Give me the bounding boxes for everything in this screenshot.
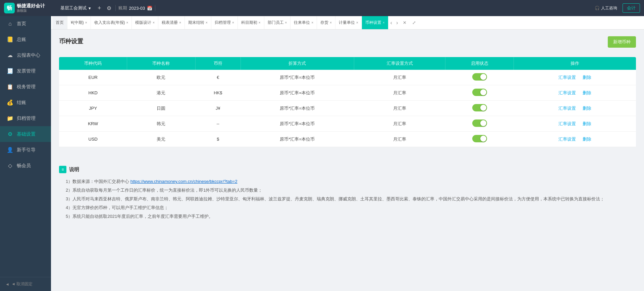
close-icon[interactable]: ×	[126, 21, 128, 25]
enabled-toggle[interactable]	[472, 135, 487, 142]
delete-link[interactable]: 删除	[583, 106, 591, 111]
col-header-name: 币种名称	[127, 57, 195, 70]
close-icon[interactable]: ×	[285, 21, 287, 25]
cell-status	[445, 70, 514, 85]
sidebar-item-home[interactable]: ⌂ 首页	[0, 16, 51, 32]
sidebar-pin-toggle[interactable]: ◄ ◄ 取消固定	[0, 277, 51, 291]
sidebar-item-checkout[interactable]: 💰 结账	[0, 95, 51, 110]
enabled-toggle[interactable]	[472, 104, 487, 111]
help-btn[interactable]: 🎧 人工咨询	[592, 4, 620, 12]
cell-rate-type: 月汇率	[354, 116, 445, 132]
add-tab-icon[interactable]: +	[96, 5, 103, 12]
cell-code: EUR	[59, 70, 127, 85]
cell-symbol: --	[195, 116, 240, 132]
close-icon[interactable]: ×	[259, 21, 261, 25]
tab-balance[interactable]: ¥(中期) ×	[67, 16, 91, 30]
tab-period-end[interactable]: 期末结转 ×	[185, 16, 211, 30]
cell-status	[445, 132, 514, 147]
col-header-rate-type: 汇率设置方式	[354, 57, 445, 70]
delete-link[interactable]: 删除	[583, 75, 591, 80]
company-selector[interactable]: 基层工会测试 ▾	[58, 4, 94, 12]
cell-name: 欧元	[127, 70, 195, 85]
tab-inventory[interactable]: 存货 ×	[317, 16, 335, 30]
delete-link[interactable]: 删除	[583, 121, 591, 126]
sidebar-label-archive: 归档管理	[17, 115, 36, 122]
sidebar-item-basic[interactable]: ⚙ 基础设置	[0, 126, 51, 142]
sidebar-item-guide[interactable]: 👤 新手引导	[0, 142, 51, 158]
tab-prev-btn[interactable]: ‹	[388, 16, 394, 30]
rate-setting-link[interactable]: 汇率设置	[558, 75, 576, 80]
close-tab-btn[interactable]: ✕	[400, 18, 409, 28]
cell-status	[445, 101, 514, 116]
tab-dept[interactable]: 部门员工 ×	[264, 16, 291, 30]
sidebar-label-member: 畅会员	[17, 163, 31, 169]
tab-income[interactable]: 收入支出表(年报) ×	[91, 16, 132, 30]
rate-setting-link[interactable]: 汇率设置	[558, 106, 576, 111]
sidebar-label-ledger: 总账	[17, 37, 26, 43]
cell-name: 日圆	[127, 101, 195, 116]
sidebar-label-basic: 基础设置	[17, 131, 36, 137]
content-area: 首页 ¥(中期) × 收入支出表(年报) × 模版设计 × 税表清册 ×	[51, 16, 644, 291]
notice-link[interactable]: https://www.chinamoney.com.cn/chinese/bk…	[130, 179, 237, 184]
calendar-icon[interactable]: 📅	[147, 6, 152, 11]
enabled-toggle[interactable]	[472, 89, 487, 96]
tab-template[interactable]: 模版设计 ×	[132, 16, 158, 30]
sidebar-label-checkout: 结账	[17, 100, 26, 106]
expand-tab-btn[interactable]: ⤢	[409, 18, 419, 28]
chevron-down-icon: ▾	[89, 6, 91, 11]
tab-partners[interactable]: 往来单位 ×	[290, 16, 317, 30]
sidebar-item-invoice[interactable]: 🧾 发票管理	[0, 63, 51, 79]
sidebar-item-member[interactable]: ◇ 畅会员	[0, 158, 51, 174]
cell-symbol: J¥	[195, 101, 240, 116]
close-icon[interactable]: ×	[330, 21, 332, 25]
new-currency-button[interactable]: 新增币种	[608, 36, 636, 48]
cell-status	[445, 116, 514, 132]
close-icon[interactable]: ×	[179, 21, 181, 25]
delete-link[interactable]: 删除	[583, 137, 591, 142]
notice-item-1: 1）数据来源：中国外汇交易中心 https://www.chinamoney.c…	[62, 177, 636, 186]
sidebar-item-report[interactable]: ☁ 云报表中心	[0, 47, 51, 63]
enabled-toggle[interactable]	[472, 73, 487, 81]
cell-actions: 汇率设置 删除	[514, 85, 636, 101]
table-row: JPY 日圆 J¥ 原币*汇率=本位币 月汇率 汇率设置 删除	[59, 101, 636, 116]
notice-title-label: 说明	[69, 166, 79, 173]
close-icon[interactable]: ×	[206, 21, 208, 25]
tab-archive[interactable]: 归档管理 ×	[211, 16, 238, 30]
close-icon[interactable]: ×	[383, 21, 385, 25]
tab-subjects[interactable]: 科目期初 ×	[238, 16, 264, 30]
tab-next-btn[interactable]: ›	[394, 16, 400, 30]
tab-label-period-end: 期末结转	[188, 20, 204, 26]
pin-label: ◄ 取消固定	[11, 281, 33, 287]
tab-currency[interactable]: 币种设置 ×	[362, 16, 388, 30]
sidebar-item-tax[interactable]: 📋 税务管理	[0, 79, 51, 95]
sidebar-item-ledger[interactable]: 📒 总账	[0, 32, 51, 47]
enabled-toggle[interactable]	[472, 119, 487, 127]
sidebar-label-report: 云报表中心	[17, 52, 40, 58]
rate-setting-link[interactable]: 汇率设置	[558, 137, 576, 142]
tab-home[interactable]: 首页	[52, 16, 67, 30]
sidebar-item-archive[interactable]: 📁 归档管理	[0, 110, 51, 126]
tab-label-taxclear: 税表清册	[162, 20, 178, 26]
close-icon[interactable]: ×	[85, 21, 87, 25]
cell-actions: 汇率设置 删除	[514, 101, 636, 116]
logo-area: 畅 畅捷通好会计 旗舰版	[4, 3, 55, 13]
checkout-icon: 💰	[7, 99, 13, 106]
sidebar-label-guide: 新手引导	[17, 147, 36, 153]
tab-unit[interactable]: 计量单位 ×	[335, 16, 362, 30]
rate-setting-link[interactable]: 汇率设置	[558, 90, 576, 95]
cell-name: 韩元	[127, 116, 195, 132]
main-layout: ⌂ 首页 📒 总账 ☁ 云报表中心 🧾 发票管理 📋 税务管理 💰 结账	[0, 16, 644, 291]
close-icon[interactable]: ×	[311, 21, 313, 25]
close-icon[interactable]: ×	[153, 21, 155, 25]
tab-label-inventory: 存货	[320, 20, 328, 26]
settings-icon[interactable]: ⚙	[105, 5, 113, 11]
account-btn[interactable]: 会计	[623, 3, 640, 13]
tab-taxclear[interactable]: 税表清册 ×	[158, 16, 185, 30]
delete-link[interactable]: 删除	[583, 90, 591, 95]
close-icon[interactable]: ×	[232, 21, 234, 25]
top-bar-actions: 🎧 人工咨询 会计	[592, 3, 640, 13]
top-bar: 畅 畅捷通好会计 旗舰版 基层工会测试 ▾ + ⚙ 账期 2023-03 📅 🎧…	[0, 0, 644, 16]
rate-setting-link[interactable]: 汇率设置	[558, 121, 576, 126]
cell-code: USD	[59, 132, 127, 147]
close-icon[interactable]: ×	[356, 21, 358, 25]
